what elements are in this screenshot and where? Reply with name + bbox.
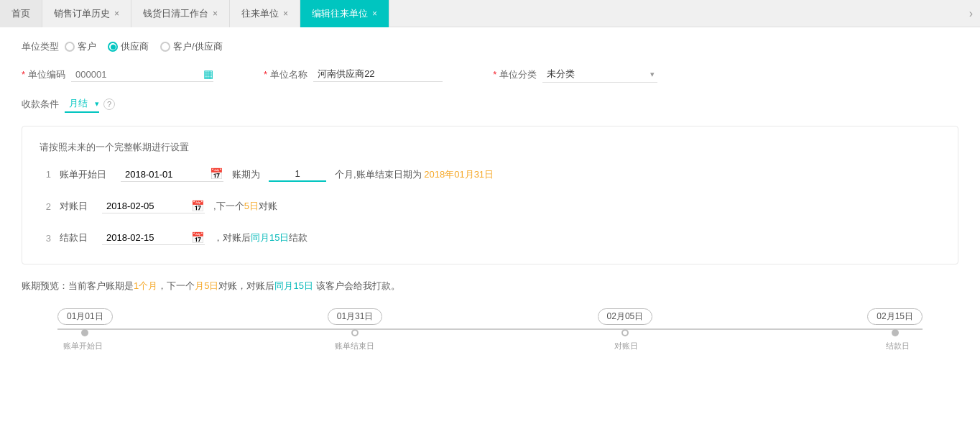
tabs-more-button[interactable]: › xyxy=(962,7,980,20)
timeline-sublabel-2: 账单结束日 xyxy=(329,341,379,351)
unit-category-value: 未分类 xyxy=(542,66,579,82)
payment-terms-value: 月结 xyxy=(65,96,92,111)
unit-code-star: * xyxy=(22,69,25,80)
tab-cash-workbench-label: 钱货日清工作台 xyxy=(143,7,208,20)
timeline-dot-1 xyxy=(81,329,88,336)
timeline-spacer-3 xyxy=(652,331,867,336)
payment-terms-label: 收款条件 xyxy=(22,98,59,111)
period-date-3-input[interactable] xyxy=(102,231,188,244)
period-date-2-icon[interactable]: 📅 xyxy=(191,200,205,213)
radio-customer-supplier-label: 客户/供应商 xyxy=(173,40,223,53)
timeline-dot-3 xyxy=(621,329,629,336)
timeline-node-3: 02月05日 xyxy=(598,308,653,336)
period-field-label-1: 账单开始日 xyxy=(60,168,106,181)
period-label-1: 账期为 xyxy=(232,168,260,181)
tab-edit-partner[interactable]: 编辑往来单位 × xyxy=(300,0,389,27)
period-field-label-3: 结款日 xyxy=(60,231,88,244)
tab-partner-units-close[interactable]: × xyxy=(283,9,288,19)
timeline-dot-4 xyxy=(892,329,899,336)
unit-type-row: 单位类型 客户 供应商 客户/供应商 xyxy=(22,40,958,53)
summary-text: 账期预览：当前客户账期是1个月，下一个月5日对账，对账后同月15日 该客户会给我… xyxy=(22,277,958,294)
period-settings-box: 请按照未来的一个完整帐期进行设置 1 账单开始日 📅 账期为 个月,账单结束日期… xyxy=(22,126,958,264)
unit-code-input[interactable] xyxy=(71,68,200,81)
timeline-node-end: 02月15日 xyxy=(867,308,923,336)
summary-highlight-2: 月5日 xyxy=(195,280,218,291)
payment-terms-help-icon[interactable]: ? xyxy=(103,98,115,110)
unit-category-item: * 单位分类 未分类 ▾ xyxy=(493,66,657,83)
period-date-2-input[interactable] xyxy=(102,199,188,213)
timeline-spacer-2 xyxy=(382,331,597,336)
radio-customer-circle xyxy=(65,42,75,52)
unit-info-row: * 单位编码 ▦ * 单位名称 * 单位分类 未分类 ▾ xyxy=(22,66,958,83)
timeline-line xyxy=(57,328,923,330)
tab-partner-units[interactable]: 往来单位 × xyxy=(230,0,300,27)
tab-sales-history[interactable]: 销售订单历史 × xyxy=(42,0,131,27)
timeline: 01月01日 01月31日 02月05日 xyxy=(22,308,958,351)
unit-name-star: * xyxy=(264,69,267,80)
unit-category-chevron: ▾ xyxy=(650,70,657,79)
payment-terms-row: 收款条件 月结 ▾ ? xyxy=(22,96,958,113)
period-value-input[interactable] xyxy=(269,167,326,182)
period-desc-2: ,下一个5日对账 xyxy=(213,200,277,213)
timeline-badge-4: 02月15日 xyxy=(867,308,923,325)
timeline-badge-3: 02月05日 xyxy=(598,308,653,325)
radio-supplier-label: 供应商 xyxy=(121,40,149,53)
period-date-1-wrapper: 📅 xyxy=(121,167,223,182)
timeline-dot-2 xyxy=(351,329,359,336)
tab-home[interactable]: 首页 xyxy=(0,0,42,27)
period-unit-text: 个月,账单结束日期为 2018年01月31日 xyxy=(335,168,494,181)
period-row-1: 1 账单开始日 📅 账期为 个月,账单结束日期为 2018年01月31日 xyxy=(40,167,940,182)
period-field-label-2: 对账日 xyxy=(60,200,88,213)
period-date-2-highlight: 5日 xyxy=(244,201,259,211)
tab-cash-workbench[interactable]: 钱货日清工作台 × xyxy=(131,0,230,27)
period-date-1-input[interactable] xyxy=(121,167,207,181)
timeline-sublabel-1: 账单开始日 xyxy=(57,341,108,351)
unit-type-label: 单位类型 xyxy=(22,40,59,53)
timeline-spacer-1 xyxy=(113,331,328,336)
unit-code-item: * 单位编码 ▦ xyxy=(22,68,213,82)
unit-name-label: 单位名称 xyxy=(270,68,308,81)
timeline-node-2: 01月31日 xyxy=(328,308,383,336)
unit-code-picker-icon[interactable]: ▦ xyxy=(203,68,213,80)
unit-category-select[interactable]: 未分类 ▾ xyxy=(542,66,657,83)
tab-sales-history-label: 销售订单历史 xyxy=(54,7,110,20)
period-row-2: 2 对账日 📅 ,下一个5日对账 xyxy=(40,199,940,213)
period-row-3: 3 结款日 📅 ，对账后同月15日结款 xyxy=(40,231,940,245)
radio-customer[interactable]: 客户 xyxy=(65,40,96,53)
period-date-2-wrapper: 📅 xyxy=(102,199,205,213)
unit-type-radio-group: 客户 供应商 客户/供应商 xyxy=(65,40,223,53)
period-date-3-wrapper: 📅 xyxy=(102,231,205,245)
timeline-nodes-container: 01月01日 01月31日 02月05日 xyxy=(36,308,944,336)
tabs-bar: 首页 销售订单历史 × 钱货日清工作台 × 往来单位 × 编辑往来单位 × › xyxy=(0,0,980,27)
period-box-title: 请按照未来的一个完整帐期进行设置 xyxy=(40,141,940,154)
period-num-3: 3 xyxy=(40,233,51,244)
tab-sales-history-close[interactable]: × xyxy=(114,9,119,19)
tab-edit-partner-close[interactable]: × xyxy=(372,9,377,19)
period-date-3-icon[interactable]: 📅 xyxy=(191,231,205,244)
timeline-badge-1: 01月01日 xyxy=(57,308,113,325)
period-desc-3: ，对账后同月15日结款 xyxy=(213,231,308,244)
period-num-2: 2 xyxy=(40,201,51,212)
tab-home-label: 首页 xyxy=(11,7,30,20)
period-date-1-icon[interactable]: 📅 xyxy=(210,167,223,180)
payment-terms-chevron: ▾ xyxy=(95,99,99,109)
summary-highlight-3: 同月15日 xyxy=(274,280,313,291)
period-end-date-highlight: 2018年01月31日 xyxy=(424,169,494,180)
unit-name-item: * 单位名称 xyxy=(264,68,443,82)
timeline-node-start: 01月01日 xyxy=(57,308,113,336)
period-date-3-highlight: 同月15日 xyxy=(251,232,289,243)
unit-code-label: 单位编码 xyxy=(28,68,65,81)
unit-code-input-wrapper: ▦ xyxy=(71,68,213,82)
unit-name-input[interactable] xyxy=(313,68,443,82)
timeline-sublabels: 账单开始日 账单结束日 对账日 结款日 xyxy=(36,336,944,351)
unit-type-item: 单位类型 客户 供应商 客户/供应商 xyxy=(22,40,223,53)
radio-customer-supplier[interactable]: 客户/供应商 xyxy=(160,40,223,53)
unit-category-star: * xyxy=(493,69,496,80)
radio-customer-supplier-circle xyxy=(160,42,170,52)
payment-terms-item: 收款条件 月结 ▾ ? xyxy=(22,96,115,113)
timeline-sublabel-3: 对账日 xyxy=(601,341,651,351)
tab-cash-workbench-close[interactable]: × xyxy=(213,9,218,19)
summary-highlight-1: 1个月 xyxy=(134,280,157,291)
payment-terms-select[interactable]: 月结 ▾ xyxy=(65,96,99,113)
radio-supplier[interactable]: 供应商 xyxy=(108,40,149,53)
